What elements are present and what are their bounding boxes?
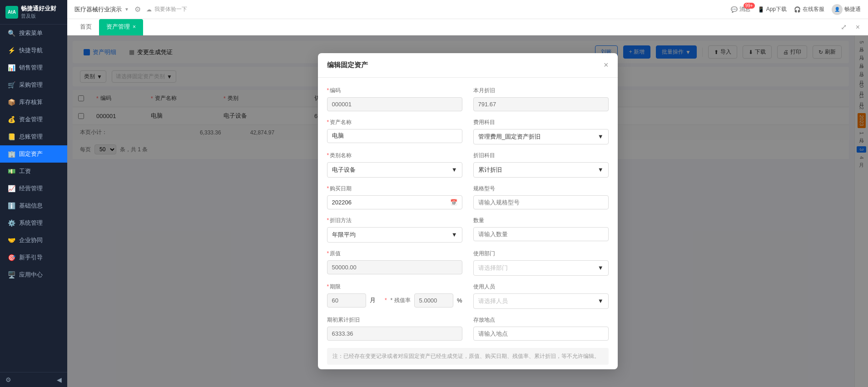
depr-method-arrow-icon: ▼	[451, 231, 457, 238]
experience-button[interactable]: ☁ 我要体验一下	[146, 5, 187, 13]
code-input[interactable]	[327, 97, 462, 111]
quantity-input[interactable]	[473, 227, 609, 241]
mobile-icon: 📱	[758, 6, 764, 13]
period-accum-depr-label: 期初累计折旧	[327, 316, 462, 324]
monthly-depr-input	[473, 97, 609, 111]
person-select[interactable]: 请选择人员 ▼	[473, 293, 609, 309]
depr-method-select[interactable]: 年限平均 ▼	[327, 227, 462, 243]
cloud-icon: ☁	[146, 6, 152, 13]
form-item-original-value: * 原值	[327, 250, 462, 276]
sidebar-item-sales[interactable]: 📊 销售管理	[0, 59, 67, 76]
customer-service-button[interactable]: 🎧 在线客服	[794, 5, 824, 13]
form-grid: * 编码 本月折旧 *	[327, 87, 609, 341]
edit-asset-modal: 编辑固定资产 × * 编码	[318, 53, 618, 370]
period-row: 月 * * 残值率 %	[327, 293, 462, 308]
original-value-label: * 原值	[327, 250, 462, 258]
sidebar-item-finance[interactable]: 💰 资金管理	[0, 111, 67, 128]
spec-label: 规格型号	[473, 185, 609, 193]
dept-label: 使用部门	[473, 250, 609, 258]
search-icon: 🔍	[7, 29, 15, 37]
settings-icon[interactable]: ⚙	[134, 5, 141, 14]
sidebar-logo: AtA 畅捷通好业财 普及版	[0, 0, 67, 25]
basic-info-icon: ℹ️	[7, 202, 15, 210]
sidebar-footer: ⚙ ◀	[0, 372, 67, 387]
system-icon: ⚙️	[7, 219, 15, 227]
purchase-date-label: * 购买日期	[327, 185, 462, 193]
form-item-purchase-date: * 购买日期 202206 📅	[327, 185, 462, 209]
message-button[interactable]: 💬 消息 99+	[731, 5, 750, 13]
maximize-button[interactable]: ⤢	[838, 22, 849, 32]
name-input[interactable]	[327, 129, 462, 143]
period-input	[327, 293, 366, 308]
spec-input[interactable]	[473, 195, 609, 209]
sidebar-item-inventory[interactable]: 📦 库存核算	[0, 94, 67, 111]
company-selector[interactable]: 医疗器械行业演示 ▼	[74, 5, 129, 14]
sidebar: AtA 畅捷通好业财 普及版 🔍 搜索菜单 ⚡ 快捷导航 📊 销售管理 🛒 采购…	[0, 0, 67, 387]
modal-overlay: 编辑固定资产 × * 编码	[67, 35, 868, 387]
location-label: 存放地点	[473, 316, 609, 324]
sidebar-nav: 🔍 搜索菜单 ⚡ 快捷导航 📊 销售管理 🛒 采购管理 📦 库存核算 💰 资金管…	[0, 25, 67, 372]
user-menu[interactable]: 👤 畅捷通	[832, 4, 861, 15]
sidebar-item-basic-info[interactable]: ℹ️ 基础信息	[0, 197, 67, 214]
period-accum-depr-input	[327, 327, 462, 341]
modal-close-button[interactable]: ×	[604, 60, 609, 70]
close-window-button[interactable]: ×	[853, 22, 863, 32]
original-value-input	[327, 260, 462, 274]
collapse-button[interactable]: ◀	[57, 376, 62, 383]
expense-subject-select[interactable]: 管理费用_固定资产折旧 ▼	[473, 129, 609, 144]
depr-subject-label: 折旧科目	[473, 152, 609, 159]
depr-method-label: * 折旧方法	[327, 217, 462, 224]
topbar: 医疗器械行业演示 ▼ ⚙ ☁ 我要体验一下 💬 消息 99+ 📱 App下载 🎧…	[67, 0, 868, 19]
sidebar-item-system[interactable]: ⚙️ 系统管理	[0, 214, 67, 232]
expense-subject-label: 费用科目	[473, 119, 609, 126]
tab-asset-management[interactable]: 资产管理 ×	[99, 19, 143, 35]
location-input[interactable]	[473, 327, 609, 341]
depr-subject-arrow-icon: ▼	[598, 166, 604, 173]
quick-nav-icon: ⚡	[7, 46, 15, 55]
type-arrow-icon: ▼	[451, 166, 457, 173]
residual-rate-label: * 残值率	[391, 297, 411, 304]
tab-close-button[interactable]: ×	[133, 24, 136, 30]
fixed-assets-icon: 🏢	[7, 150, 15, 158]
tabs-left: 首页 资产管理 ×	[73, 19, 143, 35]
topbar-actions: 💬 消息 99+ 📱 App下载 🎧 在线客服 👤 畅捷通	[731, 4, 861, 15]
period-unit: 月	[370, 296, 376, 304]
calendar-icon: 📅	[450, 199, 457, 206]
logo-icon: AtA	[5, 6, 18, 19]
form-item-location: 存放地点	[473, 316, 609, 341]
company-dropdown-icon: ▼	[124, 7, 129, 12]
sidebar-item-ledger[interactable]: 📒 总账管理	[0, 128, 67, 145]
sidebar-item-operations[interactable]: 📈 经营管理	[0, 180, 67, 197]
type-select[interactable]: 电子设备 ▼	[327, 162, 462, 178]
sidebar-item-guide[interactable]: 🎯 新手引导	[0, 249, 67, 266]
sidebar-item-purchase[interactable]: 🛒 采购管理	[0, 76, 67, 94]
sidebar-item-payroll[interactable]: 💵 工资	[0, 163, 67, 180]
tab-home[interactable]: 首页	[73, 19, 99, 35]
quantity-label: 数量	[473, 217, 609, 224]
form-item-depr-method: * 折旧方法 年限平均 ▼	[327, 217, 462, 243]
payroll-icon: 💵	[7, 167, 15, 175]
sidebar-item-quick-nav[interactable]: ⚡ 快捷导航	[0, 42, 67, 59]
sidebar-item-enterprise[interactable]: 🤝 企业协同	[0, 232, 67, 249]
person-label: 使用人员	[473, 283, 609, 291]
settings-button[interactable]: ⚙	[5, 376, 11, 383]
sidebar-item-app-center[interactable]: 🖥️ 应用中心	[0, 266, 67, 283]
tabs-bar: 首页 资产管理 × ⤢ ×	[67, 19, 868, 35]
app-download-button[interactable]: 📱 App下载	[758, 5, 787, 13]
form-item-expense-subject: 费用科目 管理费用_固定资产折旧 ▼	[473, 119, 609, 144]
monthly-depr-label: 本月折旧	[473, 87, 609, 94]
form-item-name: * 资产名称	[327, 119, 462, 144]
type-label: * 类别名称	[327, 152, 462, 159]
sidebar-item-search[interactable]: 🔍 搜索菜单	[0, 25, 67, 42]
dept-select[interactable]: 请选择部门 ▼	[473, 260, 609, 276]
form-item-depr-subject: 折旧科目 累计折旧 ▼	[473, 152, 609, 178]
depr-subject-select[interactable]: 累计折旧 ▼	[473, 162, 609, 178]
main-area: 医疗器械行业演示 ▼ ⚙ ☁ 我要体验一下 💬 消息 99+ 📱 App下载 🎧…	[67, 0, 868, 387]
purchase-date-input[interactable]: 202206 📅	[327, 195, 462, 209]
sidebar-item-fixed-assets[interactable]: 🏢 固定资产	[0, 145, 67, 163]
name-label: * 资产名称	[327, 119, 462, 126]
form-item-type: * 类别名称 电子设备 ▼	[327, 152, 462, 178]
inventory-icon: 📦	[7, 98, 15, 106]
form-item-code: * 编码	[327, 87, 462, 111]
form-item-person: 使用人员 请选择人员 ▼	[473, 283, 609, 309]
